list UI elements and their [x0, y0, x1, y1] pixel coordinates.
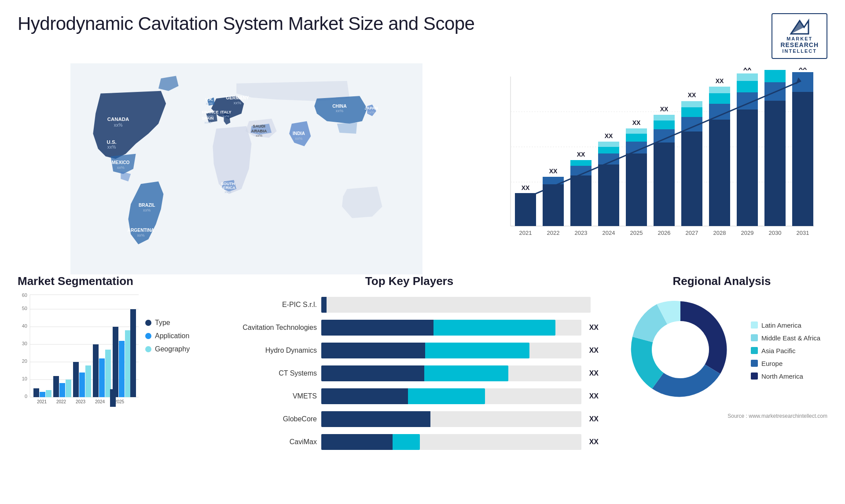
svg-rect-70: [681, 131, 702, 226]
player-val-vmets: XX: [589, 392, 599, 400]
svg-text:xx%: xx%: [295, 136, 302, 141]
svg-text:xx%: xx%: [143, 208, 151, 212]
svg-text:XX: XX: [688, 91, 696, 99]
player-row-vmets: VMETS XX: [220, 388, 599, 404]
key-players-title: Top Key Players: [211, 274, 607, 288]
svg-rect-118: [53, 376, 59, 397]
svg-text:SAUDI: SAUDI: [253, 124, 265, 128]
legend-na-label: North America: [761, 373, 803, 380]
player-bar-epic: [321, 297, 591, 313]
legend-na-color: [751, 373, 758, 380]
svg-text:XX: XX: [799, 68, 807, 71]
svg-text:XX: XX: [549, 168, 558, 175]
svg-rect-116: [46, 390, 51, 397]
svg-rect-135: [110, 389, 116, 407]
svg-text:2030: 2030: [769, 230, 782, 236]
regional-title: Regional Analysis: [616, 274, 827, 288]
legend-geo-color: [145, 346, 151, 352]
svg-text:xx%: xx%: [336, 109, 343, 113]
svg-text:2029: 2029: [741, 230, 754, 236]
svg-rect-115: [40, 392, 45, 397]
svg-text:xx%: xx%: [117, 165, 125, 170]
svg-text:40: 40: [22, 323, 27, 329]
logo-line1: MARKET: [786, 36, 812, 41]
svg-rect-54: [598, 147, 619, 153]
legend-type: Type: [145, 319, 190, 327]
svg-text:xx%: xx%: [137, 233, 144, 237]
legend-geo-label: Geography: [155, 345, 190, 353]
svg-text:XX: XX: [522, 184, 530, 191]
svg-rect-66: [654, 121, 675, 129]
top-section: CANADA xx% U.S. xx% MEXICO xx% BRAZIL xx…: [0, 63, 845, 274]
bar-chart-svg: XX 2021 XX 2022 XX 2023 XX 2024: [493, 68, 819, 252]
svg-text:20: 20: [22, 358, 27, 364]
svg-rect-60: [626, 134, 647, 142]
player-val-hydro: XX: [589, 347, 599, 354]
player-val-cavtech: XX: [589, 324, 599, 332]
svg-rect-123: [79, 373, 85, 397]
donut-hole: [652, 321, 709, 378]
svg-text:2025: 2025: [630, 230, 643, 236]
svg-text:XX: XX: [632, 119, 641, 126]
svg-text:2024: 2024: [603, 230, 615, 236]
svg-rect-43: [543, 184, 564, 226]
svg-rect-119: [59, 383, 65, 397]
player-name-vmets: VMETS: [220, 392, 317, 400]
player-row-hydro: Hydro Dynamics XX: [220, 343, 599, 358]
bottom-section: Market Segmentation 0 10 20 30 40 50 60: [0, 274, 845, 466]
logo-line2: RESEARCH: [780, 41, 819, 48]
svg-rect-126: [93, 344, 99, 397]
svg-rect-93: [792, 92, 813, 226]
svg-rect-90: [764, 70, 786, 82]
logo-line3: INTELLECT: [782, 48, 817, 54]
legend-ap-color: [751, 347, 758, 354]
legend-latin-america-color: [751, 321, 758, 329]
svg-text:xx%: xx%: [224, 190, 231, 194]
svg-rect-85: [737, 73, 758, 81]
svg-text:SPAIN: SPAIN: [202, 116, 213, 121]
players-list: E-PIC S.r.l. Cavitation Technologies: [211, 297, 607, 450]
svg-text:xx%: xx%: [256, 134, 262, 138]
legend-app-color: [145, 333, 151, 339]
svg-text:xx%: xx%: [204, 121, 211, 124]
player-row-cavtech: Cavitation Technologies XX: [220, 320, 599, 336]
player-name-ct: CT Systems: [220, 369, 317, 377]
legend-asia-pacific: Asia Pacific: [751, 347, 820, 354]
svg-rect-79: [709, 87, 730, 93]
player-val-cavimax: XX: [589, 438, 599, 446]
svg-rect-122: [73, 362, 79, 397]
svg-rect-130: [113, 327, 118, 397]
legend-app-label: Application: [155, 332, 189, 340]
growth-bar-chart: XX 2021 XX 2022 XX 2023 XX 2024: [484, 63, 827, 274]
svg-text:30: 30: [22, 341, 27, 346]
svg-rect-84: [737, 81, 758, 92]
svg-text:xx%: xx%: [368, 110, 375, 114]
key-players-panel: Top Key Players E-PIC S.r.l. Cavitation …: [211, 274, 607, 457]
svg-rect-132: [125, 330, 131, 397]
svg-text:AFRICA: AFRICA: [220, 186, 235, 190]
player-bar-ct: [321, 365, 581, 381]
legend-north-america: North America: [751, 373, 820, 380]
svg-rect-58: [626, 153, 647, 226]
svg-text:2022: 2022: [56, 399, 66, 404]
svg-text:FRANCE: FRANCE: [202, 110, 219, 114]
svg-text:XX: XX: [577, 151, 585, 158]
svg-rect-52: [598, 164, 619, 226]
logo-icon: [789, 18, 811, 36]
svg-text:50: 50: [22, 306, 27, 311]
legend-europe: Europe: [751, 360, 820, 367]
svg-text:0: 0: [25, 394, 27, 399]
svg-rect-131: [119, 341, 125, 397]
legend-mea: Middle East & Africa: [751, 334, 820, 342]
player-bar-globecore: [321, 411, 581, 427]
svg-rect-55: [598, 142, 619, 147]
svg-rect-67: [654, 115, 675, 121]
svg-rect-64: [654, 142, 675, 226]
segmentation-panel: Market Segmentation 0 10 20 30 40 50 60: [18, 274, 202, 457]
svg-rect-114: [33, 388, 39, 397]
legend-ap-label: Asia Pacific: [761, 347, 796, 354]
map-svg: CANADA xx% U.S. xx% MEXICO xx% BRAZIL xx…: [18, 63, 475, 274]
player-name-epic: E-PIC S.r.l.: [220, 301, 317, 309]
svg-text:CHINA: CHINA: [332, 104, 347, 109]
svg-text:xx%: xx%: [107, 145, 116, 150]
